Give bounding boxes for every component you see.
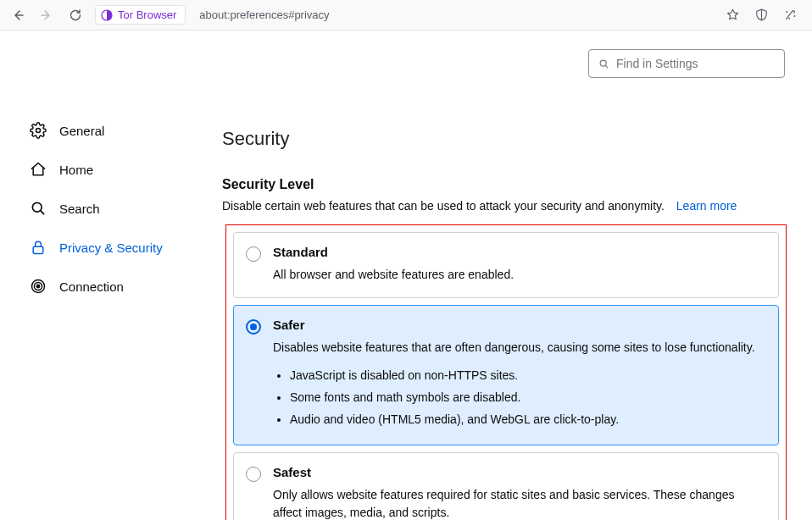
sidebar-item-privacy-security[interactable]: Privacy & Security — [29, 228, 203, 267]
toolbar-right — [724, 7, 804, 24]
security-level-safest[interactable]: Safest Only allows website features requ… — [233, 452, 779, 520]
level-name: Safest — [273, 465, 765, 479]
search-placeholder-text: Find in Settings — [616, 57, 698, 70]
level-bullet: JavaScript is disabled on non-HTTPS site… — [290, 365, 765, 387]
reload-icon — [69, 8, 82, 22]
security-level-section: Security Level Disable certain web featu… — [203, 150, 787, 520]
svg-point-7 — [36, 285, 39, 287]
content-wrap: General Home Search Privacy & Security C — [0, 30, 812, 520]
sparkle-icon[interactable] — [781, 7, 798, 24]
identity-badge[interactable]: Tor Browser — [95, 5, 186, 25]
settings-sidebar: General Home Search Privacy & Security C — [0, 30, 203, 520]
level-name: Standard — [273, 245, 765, 259]
svg-point-2 — [794, 15, 795, 16]
security-level-group: Standard All browser and website feature… — [225, 224, 787, 520]
broadcast-icon — [29, 277, 47, 296]
level-description: Disables website features that are often… — [273, 339, 765, 357]
sidebar-item-label: Privacy & Security — [59, 241, 163, 255]
settings-main: Find in Settings Security Security Level… — [203, 30, 812, 520]
forward-button[interactable] — [37, 6, 56, 25]
bookmark-star-icon[interactable] — [724, 7, 741, 24]
level-bullet-list: JavaScript is disabled on non-HTTPS site… — [290, 365, 765, 431]
search-icon — [29, 199, 47, 218]
level-description: All browser and website features are ena… — [273, 266, 765, 284]
learn-more-link[interactable]: Learn more — [676, 199, 737, 213]
lock-icon — [29, 238, 47, 257]
level-bullet: Some fonts and math symbols are disabled… — [290, 387, 765, 409]
browser-name: Tor Browser — [118, 8, 176, 21]
sidebar-item-label: Connection — [59, 279, 124, 294]
subsection-description-line: Disable certain web features that can be… — [222, 199, 787, 213]
level-bullet: Audio and video (HTML5 media), and WebGL… — [290, 409, 765, 431]
shield-icon[interactable] — [753, 7, 770, 24]
tor-onion-icon — [101, 9, 113, 21]
sidebar-item-connection[interactable]: Connection — [29, 267, 203, 306]
subsection-description: Disable certain web features that can be… — [222, 199, 665, 213]
svg-rect-6 — [33, 246, 43, 253]
svg-point-4 — [36, 129, 41, 133]
browser-toolbar: Tor Browser about:preferences#privacy — [0, 0, 812, 30]
url-text[interactable]: about:preferences#privacy — [199, 8, 329, 21]
svg-point-1 — [786, 12, 787, 13]
home-icon — [29, 160, 47, 179]
level-name: Safer — [273, 318, 765, 332]
arrow-right-icon — [40, 8, 53, 22]
sidebar-item-search[interactable]: Search — [29, 189, 203, 228]
sidebar-item-label: Search — [59, 202, 100, 216]
level-description: Only allows website features required fo… — [273, 486, 765, 520]
sidebar-item-label: Home — [59, 163, 93, 177]
subsection-title: Security Level — [222, 177, 787, 192]
arrow-left-icon — [11, 8, 25, 22]
settings-search-input[interactable]: Find in Settings — [588, 49, 785, 78]
sidebar-item-general[interactable]: General — [29, 111, 203, 150]
sidebar-item-label: General — [59, 124, 104, 138]
back-button[interactable] — [8, 6, 27, 25]
radio-button[interactable] — [246, 319, 261, 335]
search-icon — [598, 58, 609, 69]
gear-icon — [29, 121, 47, 140]
radio-button[interactable] — [246, 246, 261, 262]
security-level-safer[interactable]: Safer Disables website features that are… — [233, 305, 779, 445]
reload-button[interactable] — [66, 6, 85, 25]
radio-button[interactable] — [246, 467, 261, 482]
sidebar-item-home[interactable]: Home — [29, 150, 203, 189]
security-level-standard[interactable]: Standard All browser and website feature… — [233, 232, 779, 298]
svg-point-3 — [788, 18, 789, 19]
